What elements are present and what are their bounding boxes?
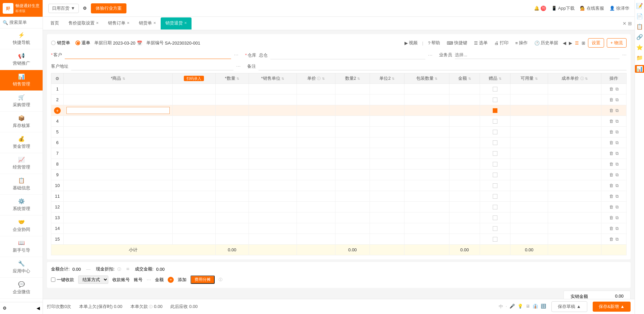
unit2-cell[interactable] [370,234,404,245]
sidebar-search[interactable]: 🔍 搜索菜单 [0,17,43,28]
unit-price-cell[interactable] [297,180,335,191]
tab-close-icon[interactable]: ✕ [127,21,129,25]
copy-icon[interactable]: ⧉ [615,129,619,135]
delete-icon[interactable]: 🗑 [609,237,613,242]
cost-price-cell[interactable] [548,95,601,105]
quantity2-cell[interactable] [335,191,370,202]
copy-icon[interactable]: ⧉ [615,119,619,124]
tool-icon-7[interactable]: 🔢 [541,304,546,310]
gift-cell[interactable] [480,191,510,202]
gift-checkbox[interactable] [493,130,497,134]
amount-cell[interactable] [449,170,480,180]
gift-cell[interactable] [480,148,510,159]
available-cell[interactable] [510,212,548,223]
product-cell[interactable] [64,148,173,159]
copy-icon[interactable]: ⧉ [615,97,619,103]
amount-cell[interactable] [449,137,480,148]
gift-checkbox[interactable] [493,162,497,167]
quantity-cell[interactable] [215,95,249,105]
product-cell[interactable] [64,159,173,170]
shortcut-btn[interactable]: ⌨ 快捷键 [445,39,469,47]
unit2-cell[interactable] [370,170,404,180]
gift-cell[interactable] [480,116,510,127]
tool-icon-2[interactable]: · [506,304,507,310]
delete-icon[interactable]: 🗑 [609,129,613,135]
user-area[interactable]: 👤 徐泽华 [609,5,629,11]
right-icon-2[interactable]: 📄 [636,13,643,19]
quantity-cell[interactable] [215,191,249,202]
amount-cell[interactable] [449,84,480,95]
copy-icon[interactable]: ⧉ [615,172,619,178]
available-cell[interactable] [510,191,548,202]
tool-icon-3[interactable]: 🎤 [509,304,515,310]
one-click-payment[interactable]: 一键收款 [51,277,74,283]
quantity-cell[interactable] [215,116,249,127]
amount-cell[interactable] [449,127,480,137]
copy-icon[interactable]: ⧉ [615,183,619,188]
quantity-cell[interactable] [215,148,249,159]
gift-cell[interactable] [480,95,510,105]
unit2-cell[interactable] [370,212,404,223]
gift-cell[interactable] [480,137,510,148]
unit2-cell[interactable] [370,116,404,127]
unit-price-cell[interactable] [297,212,335,223]
right-icon-1[interactable]: 📝 [636,3,643,9]
tab-sales-order[interactable]: 销售订单 ✕ [103,17,134,29]
unit-price-cell[interactable] [297,159,335,170]
collapse-icon[interactable]: ◀ [37,306,40,311]
pack-quantity-cell[interactable] [404,234,449,245]
quantity2-cell[interactable] [335,116,370,127]
sales-unit-cell[interactable] [249,180,297,191]
available-cell[interactable] [510,137,548,148]
settings-icon[interactable]: ⚙ [3,306,7,311]
available-cell[interactable] [510,159,548,170]
amount-cell[interactable] [449,148,480,159]
available-cell[interactable] [510,170,548,180]
app-download[interactable]: 📱 App下载 [551,5,575,11]
address-picker-icon[interactable]: ··· [236,63,240,69]
tab-close-all[interactable]: ✕ [623,21,627,26]
quantity2-cell[interactable] [335,95,370,105]
pack-quantity-cell[interactable] [404,127,449,137]
product-cell[interactable] [64,212,173,223]
unit-price-cell[interactable] [297,84,335,95]
available-cell[interactable] [510,105,548,116]
cost-price-cell[interactable] [548,234,601,245]
gift-cell[interactable] [480,180,510,191]
unit2-cell[interactable] [370,95,404,105]
unit2-cell[interactable] [370,137,404,148]
sales-unit-cell[interactable] [249,234,297,245]
amount-cell[interactable] [449,116,480,127]
unit2-cell[interactable] [370,148,404,159]
sidebar-item-guide[interactable]: 📖 新手引导 [0,236,43,257]
pack-quantity-cell[interactable] [404,148,449,159]
cost-price-cell[interactable] [548,84,601,95]
available-cell[interactable] [510,84,548,95]
unit2-cell[interactable] [370,105,404,116]
product-cell[interactable] [64,234,173,245]
print-btn[interactable]: 🖨 打印 [492,39,511,47]
quantity2-cell[interactable] [335,84,370,95]
sales-unit-cell[interactable] [249,137,297,148]
save-draft-button[interactable]: 保存草稿 ▲ [551,301,587,312]
amount-cell[interactable] [449,95,480,105]
amount-cell[interactable] [449,159,480,170]
save-new-button[interactable]: 保存&新增 ▲ [593,302,631,312]
history-btn[interactable]: 🕐 历史单据 [532,39,560,47]
right-icon-active[interactable]: 📊 [635,65,644,73]
tab-sales-delivery[interactable]: 销货单 ✕ [134,17,161,29]
sidebar-item-wechat[interactable]: 💬 企业微信 [0,278,43,299]
quantity2-cell[interactable] [335,212,370,223]
quantity2-cell[interactable] [335,180,370,191]
cost-price-cell[interactable] [548,116,601,127]
customer-picker-icon[interactable]: ··· [234,52,238,58]
product-cell[interactable] [64,191,173,202]
gift-checkbox[interactable] [493,194,497,199]
pack-quantity-cell[interactable] [404,180,449,191]
amount-cell[interactable] [449,212,480,223]
amount-cell[interactable] [449,191,480,202]
gift-cell[interactable] [480,105,510,116]
product-cell[interactable] [64,116,173,127]
delete-icon[interactable]: 🗑 [609,204,613,210]
pack-quantity-cell[interactable] [404,191,449,202]
